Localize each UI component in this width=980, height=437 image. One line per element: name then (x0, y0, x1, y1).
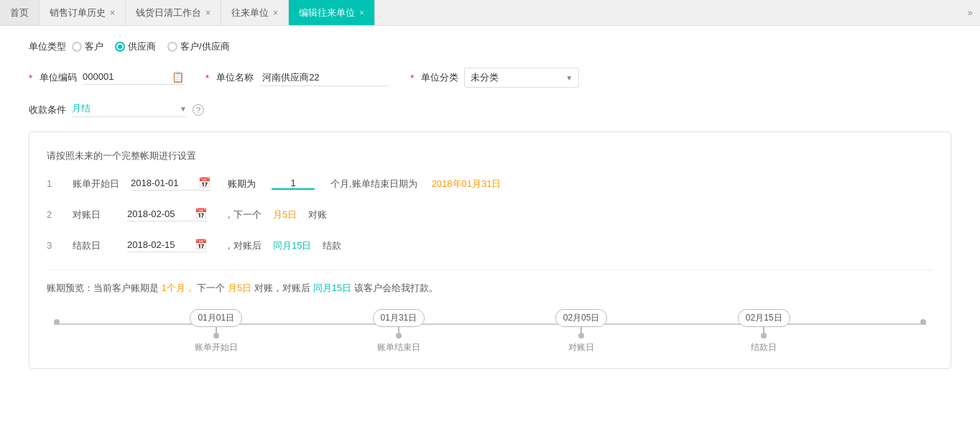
payment-terms-dropdown[interactable]: 月结 ▼ (72, 102, 187, 117)
tab-home[interactable]: 首页 (0, 0, 40, 25)
timeline-date-2: 01月31日 (373, 309, 425, 327)
step-2-prefix: ，下一个 (224, 208, 262, 221)
unit-name-star: * (205, 73, 209, 83)
tab-sales-history[interactable]: 销售订单历史 × (40, 0, 126, 25)
panel-title: 请按照未来的一个完整帐期进行设置 (47, 150, 933, 162)
timeline-label-2: 账单结束日 (377, 341, 420, 354)
tab-edit-partner-label: 编辑往来单位 (299, 6, 355, 19)
unit-category-star: * (410, 73, 414, 83)
step-1-label: 账单开始日 (73, 178, 119, 190)
unit-category-arrow: ▼ (565, 74, 573, 82)
radio-supplier-label: 供应商 (128, 40, 156, 53)
timeline-label-1: 账单开始日 (195, 341, 238, 354)
tab-sales-history-label: 销售订单历史 (50, 6, 106, 19)
step-1-row: 1 账单开始日 📅 账期为 个月,账单结束日期为 2018年01月31日 (47, 177, 933, 190)
radio-customer-circle (72, 42, 82, 52)
tab-cashier[interactable]: 钱货日清工作台 × (126, 0, 221, 25)
tab-sales-history-close[interactable]: × (110, 8, 115, 18)
preview-prefix: 账期预览：当前客户账期是 (47, 282, 159, 293)
unit-code-label: 单位编码 (40, 71, 77, 84)
step-2-number: 2 (47, 209, 61, 220)
unit-category-label: 单位分类 (421, 71, 458, 84)
step-3-cal-icon[interactable]: 📅 (195, 239, 207, 250)
timeline-node-2: 01月31日 账单结束日 (373, 309, 425, 354)
step-3-date-wrap: 📅 (127, 239, 207, 252)
preview-mid1: 下一个 (197, 282, 225, 293)
step-2-suffix: 对账 (308, 208, 327, 221)
step-3-prefix: ，对账后 (224, 239, 262, 252)
step-1-suffix-before: 账期为 (228, 178, 256, 190)
preview-mid2: 对账，对账后 (254, 282, 310, 293)
unit-code-star: * (29, 73, 32, 83)
settings-panel: 请按照未来的一个完整帐期进行设置 1 账单开始日 📅 账期为 个月,账单结束日期… (29, 132, 951, 369)
step-2-cal-icon[interactable]: 📅 (195, 208, 207, 219)
radio-both[interactable]: 客户/供应商 (167, 40, 230, 53)
timeline-label-3: 对账日 (568, 341, 594, 354)
step-3-row: 3 结款日 📅 ，对账后 同月15日 结款 (47, 239, 933, 252)
timeline-label-4: 结款日 (751, 341, 777, 354)
payment-terms-row: 收款条件 月结 ▼ ? (29, 102, 951, 117)
step-3-label: 结款日 (73, 239, 116, 252)
timeline-date-4: 02月15日 (738, 309, 790, 327)
step-3-highlight: 同月15日 (273, 239, 311, 252)
radio-customer[interactable]: 客户 (72, 40, 103, 53)
step-1-suffix-after: 个月,账单结束日期为 (330, 178, 417, 190)
radio-both-label: 客户/供应商 (180, 40, 230, 53)
radio-both-circle (167, 42, 177, 52)
tab-bar: 首页 销售订单历史 × 钱货日清工作台 × 往来单位 × 编辑往来单位 × » (0, 0, 980, 26)
unit-type-group: 单位类型 客户 供应商 客户/供应商 (29, 40, 230, 53)
step-3-date-input[interactable] (127, 239, 192, 250)
step-1-cal-icon[interactable]: 📅 (198, 177, 211, 188)
payment-terms-value: 月结 (72, 102, 177, 115)
payment-terms-arrow: ▼ (180, 105, 187, 113)
step-2-date-input[interactable] (127, 208, 192, 219)
timeline: 01月01日 账单开始日 01月31日 账单结束日 02月05日 (47, 309, 933, 354)
payment-terms-group: 收款条件 月结 ▼ ? (29, 102, 204, 117)
unit-category-value: 未分类 (471, 71, 563, 84)
preview-text: 账期预览：当前客户账期是 1个月， 下一个 月5日 对账，对账后 同月15日 该… (47, 282, 933, 295)
unit-type-label: 单位类型 (29, 40, 66, 53)
unit-code-input[interactable] (83, 71, 169, 82)
unit-code-icon[interactable]: 📋 (172, 71, 184, 83)
timeline-node-1: 01月01日 账单开始日 (190, 309, 242, 354)
tab-edit-partner[interactable]: 编辑往来单位 × (289, 0, 375, 25)
tab-partner-label: 往来单位 (231, 6, 269, 19)
radio-supplier[interactable]: 供应商 (115, 40, 156, 53)
step-2-highlight: 月5日 (273, 208, 297, 221)
unit-code-group: * 单位编码 📋 (29, 71, 184, 85)
preview-highlight1: 1个月， (162, 282, 195, 293)
unit-category-group: * 单位分类 未分类 ▼ (410, 68, 579, 88)
step-3-suffix: 结款 (323, 239, 341, 252)
unit-name-group: * 单位名称 (205, 69, 389, 86)
unit-info-row: * 单位编码 📋 * 单位名称 * 单位分类 未分类 ▼ (29, 68, 951, 88)
timeline-left-dot (54, 319, 60, 325)
radio-group: 客户 供应商 客户/供应商 (72, 40, 230, 53)
radio-customer-label: 客户 (85, 40, 103, 53)
period-input[interactable] (272, 178, 315, 190)
timeline-date-1: 01月01日 (190, 309, 242, 327)
unit-category-dropdown[interactable]: 未分类 ▼ (464, 68, 579, 88)
step-1-number: 1 (47, 178, 61, 189)
step-1-date-input[interactable] (131, 178, 195, 188)
timeline-date-3: 02月05日 (555, 309, 608, 327)
tab-partner[interactable]: 往来单位 × (221, 0, 289, 25)
help-icon[interactable]: ? (193, 104, 204, 116)
main-content: 单位类型 客户 供应商 客户/供应商 * 单位编码 (0, 26, 980, 437)
tab-partner-close[interactable]: × (273, 8, 278, 18)
preview-suffix: 该客户会给我打款。 (354, 282, 438, 293)
step-3-number: 3 (47, 240, 61, 251)
timeline-node-3: 02月05日 对账日 (555, 309, 608, 354)
tab-expand-button[interactable]: » (961, 0, 980, 25)
preview-highlight2: 月5日 (228, 282, 251, 293)
tab-edit-partner-close[interactable]: × (359, 8, 364, 18)
unit-type-row: 单位类型 客户 供应商 客户/供应商 (29, 40, 951, 53)
payment-terms-label: 收款条件 (29, 104, 66, 116)
timeline-right-dot (920, 319, 926, 325)
tab-cashier-label: 钱货日清工作台 (136, 6, 201, 19)
preview-highlight3: 同月15日 (313, 282, 351, 293)
unit-code-input-wrap: 📋 (83, 71, 184, 85)
timeline-node-4: 02月15日 结款日 (738, 309, 790, 354)
tab-cashier-close[interactable]: × (205, 8, 211, 18)
step-2-row: 2 对账日 📅 ，下一个 月5日 对账 (47, 208, 933, 221)
unit-name-input[interactable] (259, 69, 389, 86)
